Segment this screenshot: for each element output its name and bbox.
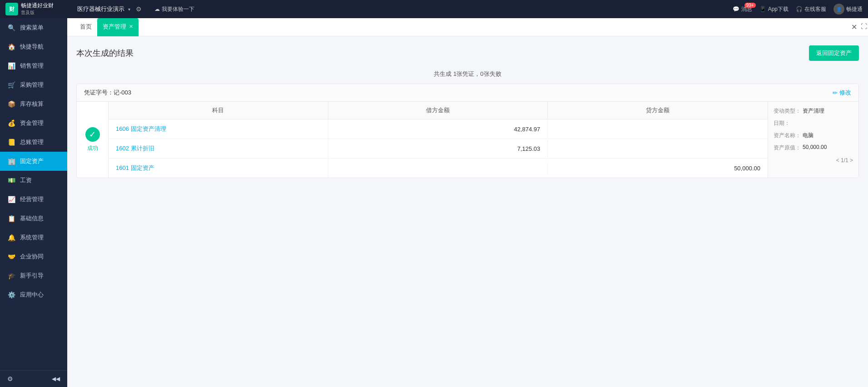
edit-icon: ✏ (833, 89, 838, 96)
company-dropdown-icon[interactable]: ▾ (128, 7, 130, 12)
logo-area: 财 畅捷通好业财 普及版 (5, 2, 73, 16)
sidebar-item-quick-nav[interactable]: 🏠 快捷导航 (0, 37, 67, 56)
sidebar-bottom: ⚙ ◀◀ (0, 370, 67, 387)
asset-value-row: 资产原值： 50,000.00 (774, 144, 853, 152)
guide-icon: 🎓 (7, 272, 15, 280)
col-subject: 科目 (109, 102, 328, 119)
tab-close-icon[interactable]: ✕ (129, 24, 133, 30)
home-icon: 🏠 (7, 43, 15, 51)
tab-asset-management[interactable]: 资产管理 ✕ (97, 18, 139, 36)
sidebar-item-sales[interactable]: 📊 销售管理 (0, 56, 67, 75)
expand-button[interactable]: ⛶ (861, 23, 867, 31)
sidebar-item-ledger[interactable]: 📒 总账管理 (0, 133, 67, 152)
asset-name-row: 资产名称： 电脑 (774, 132, 853, 139)
col-debit: 借方金额 (328, 102, 548, 119)
funds-icon: 💰 (7, 119, 15, 127)
sidebar-item-search[interactable]: 🔍 搜索菜单 (0, 18, 67, 37)
sidebar-label-base-info: 基础信息 (20, 214, 44, 223)
page-content: 本次生成的结果 返回固定资产 共生成 1张凭证，0张失败 凭证字号：记-003 … (67, 36, 868, 387)
sidebar-label-app-center: 应用中心 (20, 291, 44, 299)
sidebar: 🔍 搜索菜单 🏠 快捷导航 📊 销售管理 🛒 采购管理 📦 库存核算 💰 (0, 18, 67, 387)
change-type-row: 变动类型： 资产清理 (774, 107, 853, 115)
top-header: 财 畅捷通好业财 普及版 医疗器械行业演示 ▾ ⚙ ☁ 我要体验一下 💬 消息 … (0, 0, 868, 18)
change-type-value: 资产清理 (803, 107, 824, 115)
table-header: 科目 借方金额 贷方金额 (109, 102, 768, 119)
return-button[interactable]: 返回固定资产 (809, 45, 859, 61)
message-icon: 💬 (733, 6, 739, 12)
voucher-card: 凭证字号：记-003 ✏ 修改 ✓ 成功 (76, 84, 859, 178)
window-controls: ✕ ⛶ (851, 23, 867, 31)
sidebar-item-system[interactable]: 🔔 系统管理 (0, 228, 67, 247)
messages-button[interactable]: 💬 消息 99+ (733, 5, 752, 13)
sidebar-label-purchase: 采购管理 (20, 81, 44, 89)
sidebar-item-fixed-assets[interactable]: 🏢 固定资产 (0, 152, 67, 171)
sidebar-item-base-info[interactable]: 📋 基础信息 (0, 209, 67, 228)
sidebar-item-purchase[interactable]: 🛒 采购管理 (0, 75, 67, 94)
app-name: 畅捷通好业财 (21, 2, 54, 10)
sidebar-label-inventory: 库存核算 (20, 100, 44, 108)
pagination[interactable]: < 1/1 > (774, 157, 853, 164)
page-title-row: 本次生成的结果 返回固定资产 (76, 45, 859, 61)
summary-bar: 共生成 1张凭证，0张失败 (76, 70, 859, 78)
sidebar-label-quick-nav: 快捷导航 (20, 43, 44, 51)
row1-credit (548, 124, 768, 134)
row1-debit: 42,874.97 (328, 120, 548, 138)
table-main: 科目 借方金额 贷方金额 1606 固定资产清理 42,874.97 16 (109, 102, 768, 178)
base-info-icon: 📋 (7, 214, 15, 223)
table-row: 1602 累计折旧 7,125.03 (109, 139, 768, 159)
close-button[interactable]: ✕ (851, 23, 857, 31)
row2-subject: 1602 累计折旧 (109, 139, 328, 158)
col-credit: 贷方金额 (548, 102, 768, 119)
sidebar-item-enterprise[interactable]: 🤝 企业协同 (0, 247, 67, 266)
sidebar-label-enterprise: 企业协同 (20, 253, 44, 261)
asset-value-value: 50,000.00 (803, 144, 827, 150)
messages-badge: 99+ (744, 3, 756, 8)
ledger-icon: 📒 (7, 138, 15, 146)
top-center: 医疗器械行业演示 ▾ ⚙ ☁ 我要体验一下 (73, 5, 733, 13)
sidebar-label-guide: 新手引导 (20, 272, 44, 280)
sidebar-item-guide[interactable]: 🎓 新手引导 (0, 266, 67, 285)
purchase-icon: 🛒 (7, 81, 15, 89)
download-icon: 📱 (759, 6, 766, 12)
user-menu[interactable]: 👤 畅捷通 (833, 4, 863, 15)
enterprise-icon: 🤝 (7, 253, 15, 261)
sidebar-label-payroll: 工资 (20, 176, 32, 184)
system-icon: 🔔 (7, 233, 15, 242)
side-info-panel: 变动类型： 资产清理 日期： 资产名称： 电脑 资产原值： (768, 102, 858, 178)
app-edition: 普及版 (21, 10, 54, 16)
search-icon: 🔍 (7, 24, 15, 32)
tab-home[interactable]: 首页 (74, 18, 97, 36)
global-settings-icon[interactable]: ⚙ (7, 375, 13, 382)
row3-credit: 50,000.00 (548, 159, 768, 177)
sidebar-nav: 🔍 搜索菜单 🏠 快捷导航 📊 销售管理 🛒 采购管理 📦 库存核算 💰 (0, 18, 67, 370)
payroll-icon: 💵 (7, 176, 15, 184)
date-label: 日期： (774, 119, 790, 127)
sidebar-item-funds[interactable]: 💰 资金管理 (0, 114, 67, 133)
settings-icon[interactable]: ⚙ (136, 5, 142, 13)
online-service-button[interactable]: 🎧 在线客服 (796, 5, 826, 13)
experience-button[interactable]: ☁ 我要体验一下 (154, 5, 194, 13)
asset-value-label: 资产原值： (774, 144, 801, 152)
sidebar-label-operations: 经营管理 (20, 195, 44, 203)
tab-bar: 首页 资产管理 ✕ (67, 18, 868, 36)
sidebar-item-app-center[interactable]: ⚙️ 应用中心 (0, 285, 67, 304)
sidebar-label-funds: 资金管理 (20, 119, 44, 127)
voucher-number: 凭证字号：记-003 (84, 89, 131, 97)
voucher-table: ✓ 成功 科目 借方金额 贷方金额 1606 固定资产清理 42 (77, 102, 858, 178)
app-center-icon: ⚙️ (7, 291, 15, 299)
fixed-assets-icon: 🏢 (7, 157, 15, 165)
content-area: 首页 资产管理 ✕ 本次生成的结果 返回固定资产 共生成 1张凭证，0张失败 凭… (67, 18, 868, 387)
sidebar-item-operations[interactable]: 📈 经营管理 (0, 190, 67, 209)
success-icon: ✓ (85, 127, 100, 142)
edit-button[interactable]: ✏ 修改 (833, 89, 851, 97)
row3-subject: 1601 固定资产 (109, 159, 328, 178)
success-column: ✓ 成功 (77, 102, 109, 178)
sidebar-item-inventory[interactable]: 📦 库存核算 (0, 94, 67, 114)
asset-name-value: 电脑 (803, 132, 813, 139)
table-row: 1606 固定资产清理 42,874.97 (109, 119, 768, 139)
sidebar-label-sales: 销售管理 (20, 62, 44, 70)
app-download-button[interactable]: 📱 App下载 (759, 5, 789, 13)
voucher-header: 凭证字号：记-003 ✏ 修改 (77, 84, 858, 102)
sidebar-collapse-icon[interactable]: ◀◀ (52, 376, 60, 382)
sidebar-item-payroll[interactable]: 💵 工资 (0, 171, 67, 190)
